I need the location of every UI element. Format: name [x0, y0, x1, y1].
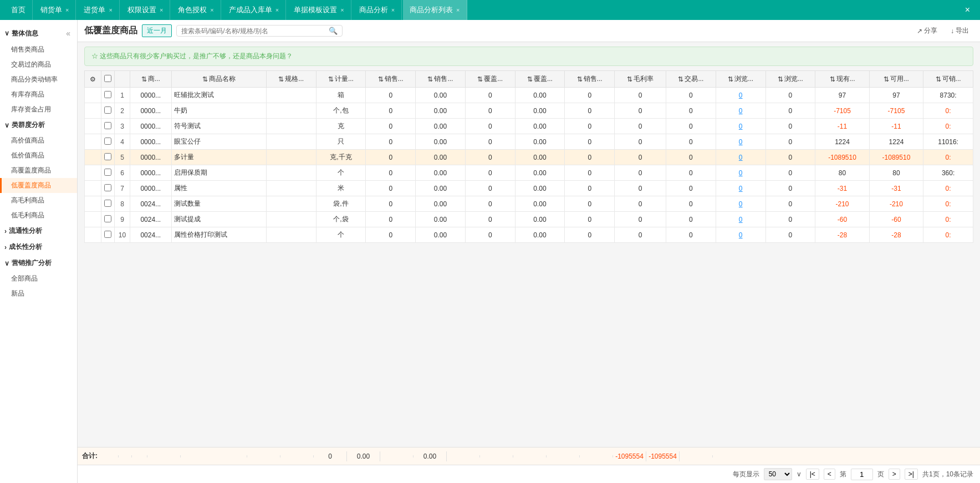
sidebar-item-high-coverage[interactable]: 高覆盖度商品 [0, 163, 77, 178]
sidebar-item-new-goods[interactable]: 新品 [0, 286, 77, 301]
tab-product-instock[interactable]: 产成品入库单 × [222, 0, 286, 20]
page-size-select[interactable]: 50 100 200 [764, 468, 792, 480]
close-goods-analysis-list-icon[interactable]: × [456, 7, 460, 13]
row-settings[interactable] [85, 134, 101, 150]
sidebar-collapse-button[interactable]: « [64, 27, 73, 40]
column-sales2[interactable]: ⇅ 销售... [565, 71, 615, 88]
row-settings[interactable] [85, 227, 101, 243]
sidebar-item-stock-goods[interactable]: 有库存商品 [0, 87, 77, 102]
column-sellable[interactable]: ⇅ 可销... [923, 71, 973, 88]
row-browse1[interactable]: 0 [716, 150, 765, 165]
row-browse1[interactable]: 0 [716, 181, 765, 196]
row-checkbox[interactable] [101, 150, 115, 165]
column-trade[interactable]: ⇅ 交易... [666, 71, 716, 88]
column-browse2[interactable]: ⇅ 浏览... [765, 71, 815, 88]
page-number-input[interactable] [851, 469, 873, 480]
row-name[interactable]: 属性价格打印测试 [171, 227, 266, 243]
share-button[interactable]: ↗ 分享 [912, 24, 942, 37]
column-checkbox-all[interactable] [101, 71, 115, 88]
row-checkbox[interactable] [101, 181, 115, 196]
select-all-checkbox[interactable] [104, 75, 111, 82]
close-sales-order-icon[interactable]: × [65, 7, 69, 13]
row-checkbox[interactable] [101, 103, 115, 119]
row-name[interactable]: 测试数量 [171, 196, 266, 212]
search-input[interactable] [181, 27, 326, 35]
column-cover1[interactable]: ⇅ 覆盖... [465, 71, 515, 88]
row-settings[interactable] [85, 150, 101, 165]
column-cover2[interactable]: ⇅ 覆盖... [515, 71, 565, 88]
tab-role-auth[interactable]: 角色授权 × [171, 0, 221, 20]
sidebar-item-sales-goods[interactable]: 销售类商品 [0, 42, 77, 57]
row-browse1[interactable]: 0 [716, 134, 765, 150]
next-page-button[interactable]: > [889, 469, 900, 480]
column-current[interactable]: ⇅ 现有... [815, 71, 869, 88]
sidebar-item-all-goods[interactable]: 全部商品 [0, 271, 77, 286]
sidebar-item-high-profit[interactable]: 高毛利商品 [0, 193, 77, 208]
prev-page-button[interactable]: < [824, 469, 835, 480]
last-page-button[interactable]: >| [905, 469, 918, 480]
column-code[interactable]: ⇅ 商... [130, 71, 172, 88]
tab-purchase-order[interactable]: 进货单 × [77, 0, 119, 20]
sidebar-section-marketing[interactable]: ∨ 营销推广分析 [0, 255, 77, 271]
export-button[interactable]: ↓ 导出 [946, 24, 973, 37]
row-settings[interactable] [85, 212, 101, 227]
column-settings-icon[interactable]: ⚙ [85, 71, 101, 88]
row-browse1[interactable]: 0 [716, 165, 765, 181]
tab-sales-order[interactable]: 销货单 × [34, 0, 76, 20]
tab-goods-analysis[interactable]: 商品分析 × [353, 0, 402, 20]
sidebar-item-inventory-capital[interactable]: 库存资金占用 [0, 102, 77, 117]
sidebar-section-cluster[interactable]: ∨ 类群度分析 [0, 117, 77, 133]
close-template-settings-icon[interactable]: × [340, 7, 344, 13]
close-goods-analysis-icon[interactable]: × [391, 7, 395, 13]
row-select-checkbox[interactable] [104, 106, 111, 114]
row-browse1[interactable]: 0 [716, 88, 765, 103]
tab-home[interactable]: 首页 [4, 0, 33, 20]
row-settings[interactable] [85, 196, 101, 212]
row-name[interactable]: 牛奶 [171, 103, 266, 119]
close-role-auth-icon[interactable]: × [210, 7, 213, 13]
sidebar-item-low-value[interactable]: 低价值商品 [0, 148, 77, 163]
row-select-checkbox[interactable] [104, 169, 111, 176]
row-browse1[interactable]: 0 [716, 119, 765, 134]
row-checkbox[interactable] [101, 196, 115, 212]
column-available[interactable]: ⇅ 可用... [869, 71, 923, 88]
row-name[interactable]: 旺辅批次测试 [171, 88, 266, 103]
row-checkbox[interactable] [101, 88, 115, 103]
row-checkbox[interactable] [101, 227, 115, 243]
row-select-checkbox[interactable] [104, 184, 111, 191]
row-browse1[interactable]: 0 [716, 103, 765, 119]
row-settings[interactable] [85, 165, 101, 181]
row-settings[interactable] [85, 119, 101, 134]
sidebar-section-overall[interactable]: ∨ 整体信息 [4, 29, 38, 38]
row-select-checkbox[interactable] [104, 215, 111, 222]
row-select-checkbox[interactable] [104, 122, 111, 129]
sidebar-section-growth[interactable]: › 成长性分析 [0, 239, 77, 255]
row-name[interactable]: 属性 [171, 181, 266, 196]
column-gross-rate[interactable]: ⇅ 毛利率 [615, 71, 666, 88]
row-checkbox[interactable] [101, 212, 115, 227]
row-select-checkbox[interactable] [104, 200, 111, 207]
sidebar-section-flow[interactable]: › 流通性分析 [0, 223, 77, 239]
close-permission-settings-icon[interactable]: × [160, 7, 163, 13]
column-name[interactable]: ⇅ 商品名称 [171, 71, 266, 88]
row-browse1[interactable]: 0 [716, 212, 765, 227]
sidebar-item-category-rate[interactable]: 商品分类动销率 [0, 72, 77, 87]
column-spec[interactable]: ⇅ 规格... [266, 71, 316, 88]
sidebar-item-low-coverage[interactable]: 低覆盖度商品 [0, 178, 77, 193]
row-name[interactable]: 眼宝公仔 [171, 134, 266, 150]
row-name[interactable]: 启用保质期 [171, 165, 266, 181]
sidebar-item-low-profit[interactable]: 低毛利商品 [0, 208, 77, 223]
row-browse1[interactable]: 0 [716, 227, 765, 243]
column-sales-qty[interactable]: ⇅ 销售... [366, 71, 416, 88]
row-select-checkbox[interactable] [104, 138, 111, 145]
sidebar-item-traded-goods[interactable]: 交易过的商品 [0, 57, 77, 72]
row-name[interactable]: 多计量 [171, 150, 266, 165]
close-purchase-order-icon[interactable]: × [109, 7, 112, 13]
sidebar-item-high-value[interactable]: 高价值商品 [0, 133, 77, 148]
first-page-button[interactable]: |< [806, 469, 819, 480]
column-browse1[interactable]: ⇅ 浏览... [716, 71, 765, 88]
row-select-checkbox[interactable] [104, 153, 111, 160]
time-filter-button[interactable]: 近一月 [142, 24, 172, 37]
row-name[interactable]: 符号测试 [171, 119, 266, 134]
close-all-button[interactable]: × [959, 5, 976, 15]
